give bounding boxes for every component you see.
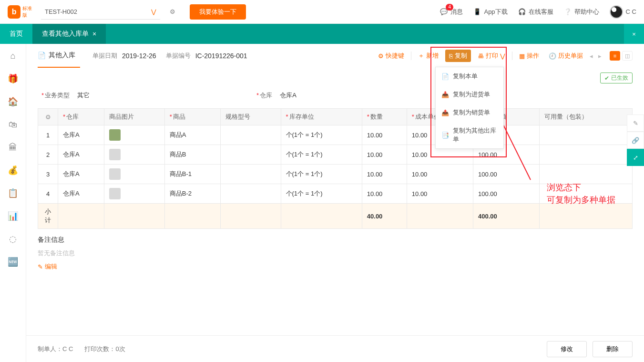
page-tab[interactable]: 📄 其他入库 [38,44,80,68]
col-image: 商品图片 [104,109,164,125]
headset-icon: 🎧 [518,8,526,15]
row-available [540,125,633,145]
row-image [104,184,164,204]
table-row[interactable]: 1 仓库A 商品A 个(1个 = 1个) 10.00 10.00 100.00 [38,125,633,145]
copy-icon: ⎘ [449,52,453,60]
gear-icon: ⚙ [170,8,175,15]
row-warehouse: 仓库A [58,125,104,145]
info-row: *业务类型 其它 *仓库 仓库A [26,86,644,108]
shortcut-button[interactable]: ⚙ 快捷键 [375,50,407,62]
ops-button[interactable]: ▦ 操作 [516,50,542,62]
row-available [540,145,633,165]
rail-note-button[interactable]: ✎ [627,114,644,132]
tab-close-icon[interactable]: × [92,30,96,38]
prev-page-icon[interactable]: ◂ [590,52,594,60]
app-download-button[interactable]: 📱 App下载 [473,8,507,16]
copy-button[interactable]: ⎘ 复制 [445,50,471,62]
warehouse-field: *仓库 仓库A [256,91,296,100]
modify-button[interactable]: 修改 [547,341,587,357]
col-warehouse: 仓库 [58,109,104,125]
nav-report[interactable]: 📊 [8,211,18,221]
print-button[interactable]: 🖶 打印 ⋁ [475,50,508,62]
nav-clipboard[interactable]: 📋 [8,188,18,198]
help-button[interactable]: ❔ 帮助中心 [564,8,599,16]
product-thumb-icon [109,168,121,180]
tabs-close-all[interactable]: × [624,24,644,44]
logo-icon: b [8,5,20,19]
rail-expand-button[interactable]: ⤢ [627,149,644,166]
nav-gift[interactable]: 🎁 [8,73,18,84]
settings-gear-button[interactable]: ⚙ [165,4,180,20]
check-icon: ✔ [604,75,609,82]
row-available [540,165,633,184]
row-unit: 个(1个 = 1个) [281,125,362,145]
remark-empty-text: 暂无备注信息 [38,249,633,258]
copy-to-purchase-item[interactable]: 📥 复制为进货单 [436,85,503,103]
trial-button[interactable]: 我要体验一下 [190,4,246,20]
nav-home[interactable]: ⌂ [8,51,18,61]
row-warehouse: 仓库A [58,184,104,204]
row-image [104,165,164,184]
page-header: 📄 其他入库 单据日期 2019-12-26 单据编号 IC-20191226-… [26,44,644,68]
next-page-icon[interactable]: ▸ [598,52,603,60]
nav-bag[interactable]: 🛍 [8,119,18,130]
copy-to-other-out-item[interactable]: 📑 复制为其他出库单 [436,122,503,148]
content-area: 📄 其他入库 单据日期 2019-12-26 单据编号 IC-20191226-… [26,44,644,362]
col-product: 商品 [164,109,220,125]
row-unit: 个(1个 = 1个) [281,145,362,165]
edit-remark-button[interactable]: ✎ 编辑 [38,262,633,271]
divider [512,52,512,60]
print-icon: 🖶 [478,52,484,60]
remark-title: 备注信息 [38,236,633,244]
doc-icon: 📄 [38,52,46,59]
table-row[interactable]: 4 仓库A 商品B-2 个(1个 = 1个) 10.00 10.00 100.0… [38,184,633,204]
col-available: 可用量（包装） [540,109,633,125]
user-menu[interactable]: C C [610,5,636,19]
row-product: 商品B-1 [164,165,220,184]
row-qty: 10.00 [362,125,407,145]
top-right-menu: 💬 消息 4 📱 App下载 🎧 在线客服 ❔ 帮助中心 C C [440,5,636,19]
tab-home[interactable]: 首页 [0,24,32,44]
logo[interactable]: b 标准版 [8,5,36,19]
nav-house[interactable]: 🏠 [8,96,18,107]
view-card-button[interactable]: ◫ [622,51,633,61]
nav-money[interactable]: 💰 [8,165,18,176]
copy-to-sales-item[interactable]: 📤 复制为销货单 [436,103,503,122]
support-button[interactable]: 🎧 在线客服 [518,8,553,16]
row-index: 3 [38,165,58,184]
avatar-icon [610,5,623,19]
messages-button[interactable]: 💬 消息 4 [440,8,463,16]
copy-this-item[interactable]: 📄 复制本单 [436,67,503,85]
view-list-button[interactable]: ≡ [610,51,620,61]
table-row[interactable]: 2 仓库A 商品B 个(1个 = 1个) 10.00 10.00 100.00 [38,145,633,165]
history-icon: 🕘 [549,52,556,60]
row-index: 2 [38,145,58,165]
row-available [540,184,633,204]
page-toolbar: ⚙ 快捷键 ＋ 新增 ⎘ 复制 🖶 [375,50,633,62]
tab-view-other-inbound[interactable]: 查看其他入库单 × [32,24,106,44]
row-amount: 100.00 [473,184,540,204]
creator-info: 制单人：C C [38,345,73,353]
subtotal-amount: 400.00 [473,204,540,229]
top-header: b 标准版 TEST-H002 ⋁ ⚙ 我要体验一下 💬 消息 4 📱 App下… [0,0,644,24]
product-thumb-icon [109,129,121,141]
history-button[interactable]: 🕘 历史单据 [546,50,586,62]
nav-new[interactable]: 🆕 [8,257,18,267]
copy-doc-icon: 📄 [441,73,449,80]
row-spec [220,125,281,145]
items-table: ⚙ 仓库 商品图片 商品 规格型号 库存单位 数量 成本单价 成本金额 可用量（… [38,108,633,229]
col-qty: 数量 [362,109,407,125]
col-settings[interactable]: ⚙ [38,109,58,125]
messages-badge: 4 [446,4,453,10]
row-spec [220,165,281,184]
delete-button[interactable]: 删除 [593,341,633,357]
nav-warehouse[interactable]: 🏛 [8,142,18,153]
new-button[interactable]: ＋ 新增 [415,50,441,62]
rail-link-button[interactable]: 🔗 [627,132,644,149]
nav-sync[interactable]: ◌ [8,234,18,244]
org-selector[interactable]: TEST-H002 ⋁ [41,4,160,20]
row-spec [220,145,281,165]
table-row[interactable]: 3 仓库A 商品B-1 个(1个 = 1个) 10.00 10.00 100.0… [38,165,633,184]
table-header-row: ⚙ 仓库 商品图片 商品 规格型号 库存单位 数量 成本单价 成本金额 可用量（… [38,109,633,125]
row-price: 10.00 [407,184,473,204]
